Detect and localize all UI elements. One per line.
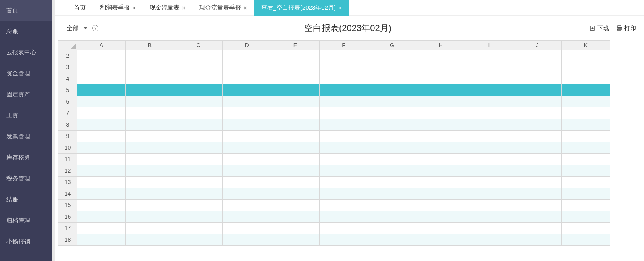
cell[interactable]: [174, 142, 223, 154]
cell[interactable]: [126, 96, 174, 107]
column-header[interactable]: G: [368, 41, 416, 50]
row-header[interactable]: 14: [58, 188, 77, 200]
cell[interactable]: [562, 177, 610, 188]
cell[interactable]: [562, 107, 610, 119]
cell[interactable]: [271, 211, 320, 223]
cell[interactable]: [271, 50, 320, 61]
cell[interactable]: [77, 61, 126, 73]
cell[interactable]: [77, 200, 126, 211]
sidebar-item-fund-mgmt[interactable]: 资金管理: [0, 63, 52, 84]
cell[interactable]: [174, 119, 223, 130]
cell[interactable]: [77, 223, 126, 234]
cell[interactable]: [77, 142, 126, 154]
cell[interactable]: [513, 119, 562, 130]
cell[interactable]: [77, 96, 126, 107]
cell[interactable]: [368, 154, 416, 165]
cell[interactable]: [562, 130, 610, 142]
column-header[interactable]: C: [174, 41, 223, 50]
cell[interactable]: [77, 234, 126, 246]
cell[interactable]: [465, 61, 513, 73]
cell[interactable]: [465, 119, 513, 130]
cell[interactable]: [223, 61, 271, 73]
spreadsheet[interactable]: ABCDEFGHIJK 23456789101112131415161718: [55, 40, 644, 261]
cell[interactable]: [368, 61, 416, 73]
cell[interactable]: [174, 165, 223, 177]
sidebar-item-archive-mgmt[interactable]: 归档管理: [0, 210, 52, 231]
sidebar-item-salary[interactable]: 工资: [0, 105, 52, 126]
cell[interactable]: [174, 107, 223, 119]
cell[interactable]: [416, 200, 465, 211]
sidebar-item-expense[interactable]: 小畅报销: [0, 231, 52, 252]
cell[interactable]: [416, 234, 465, 246]
cell[interactable]: [513, 234, 562, 246]
cell[interactable]: [513, 188, 562, 200]
cell[interactable]: [271, 84, 320, 96]
row-header[interactable]: 5: [58, 84, 77, 96]
cell[interactable]: [562, 165, 610, 177]
print-button[interactable]: 打印: [616, 25, 636, 32]
tab-view-blank-report[interactable]: 查看_空白报表(2023年02月) ×: [254, 0, 349, 16]
cell[interactable]: [320, 107, 368, 119]
cell[interactable]: [271, 154, 320, 165]
cell[interactable]: [271, 177, 320, 188]
cell[interactable]: [174, 130, 223, 142]
cell[interactable]: [126, 223, 174, 234]
cell[interactable]: [368, 211, 416, 223]
chevron-down-icon[interactable]: [83, 27, 87, 29]
cell[interactable]: [368, 73, 416, 84]
cell[interactable]: [368, 223, 416, 234]
column-header[interactable]: K: [562, 41, 610, 50]
cell[interactable]: [465, 50, 513, 61]
cell[interactable]: [513, 200, 562, 211]
cell[interactable]: [320, 154, 368, 165]
cell[interactable]: [174, 223, 223, 234]
column-header[interactable]: B: [126, 41, 174, 50]
cell[interactable]: [174, 96, 223, 107]
cell[interactable]: [223, 119, 271, 130]
cell[interactable]: [77, 73, 126, 84]
cell[interactable]: [416, 84, 465, 96]
cell[interactable]: [320, 165, 368, 177]
cell[interactable]: [465, 234, 513, 246]
cell[interactable]: [416, 188, 465, 200]
row-header[interactable]: 13: [58, 177, 77, 188]
cell[interactable]: [513, 177, 562, 188]
cell[interactable]: [223, 234, 271, 246]
sidebar-item-ledger[interactable]: 总账: [0, 21, 52, 42]
sidebar-item-close-books[interactable]: 结账: [0, 189, 52, 210]
cell[interactable]: [513, 84, 562, 96]
cell[interactable]: [126, 200, 174, 211]
cell[interactable]: [513, 130, 562, 142]
cell[interactable]: [126, 61, 174, 73]
cell[interactable]: [465, 223, 513, 234]
row-header[interactable]: 10: [58, 142, 77, 154]
cell[interactable]: [465, 188, 513, 200]
close-icon[interactable]: ×: [182, 5, 185, 11]
cell[interactable]: [126, 84, 174, 96]
cell[interactable]: [223, 73, 271, 84]
cell[interactable]: [320, 84, 368, 96]
cell[interactable]: [416, 223, 465, 234]
row-header[interactable]: 16: [58, 211, 77, 223]
row-header[interactable]: 7: [58, 107, 77, 119]
cell[interactable]: [174, 188, 223, 200]
cell[interactable]: [126, 50, 174, 61]
cell[interactable]: [320, 61, 368, 73]
cell[interactable]: [562, 142, 610, 154]
cell[interactable]: [126, 154, 174, 165]
cell[interactable]: [368, 84, 416, 96]
cell[interactable]: [416, 142, 465, 154]
cell[interactable]: [223, 130, 271, 142]
cell[interactable]: [126, 177, 174, 188]
sidebar-item-tax-mgmt[interactable]: 税务管理: [0, 168, 52, 189]
cell[interactable]: [368, 188, 416, 200]
cell[interactable]: [320, 50, 368, 61]
cell[interactable]: [223, 154, 271, 165]
select-all-corner[interactable]: [58, 41, 77, 50]
row-header[interactable]: 15: [58, 200, 77, 211]
cell[interactable]: [174, 234, 223, 246]
cell[interactable]: [562, 119, 610, 130]
cell[interactable]: [513, 61, 562, 73]
cell[interactable]: [416, 154, 465, 165]
sidebar-item-cloud-report[interactable]: 云报表中心: [0, 42, 52, 63]
